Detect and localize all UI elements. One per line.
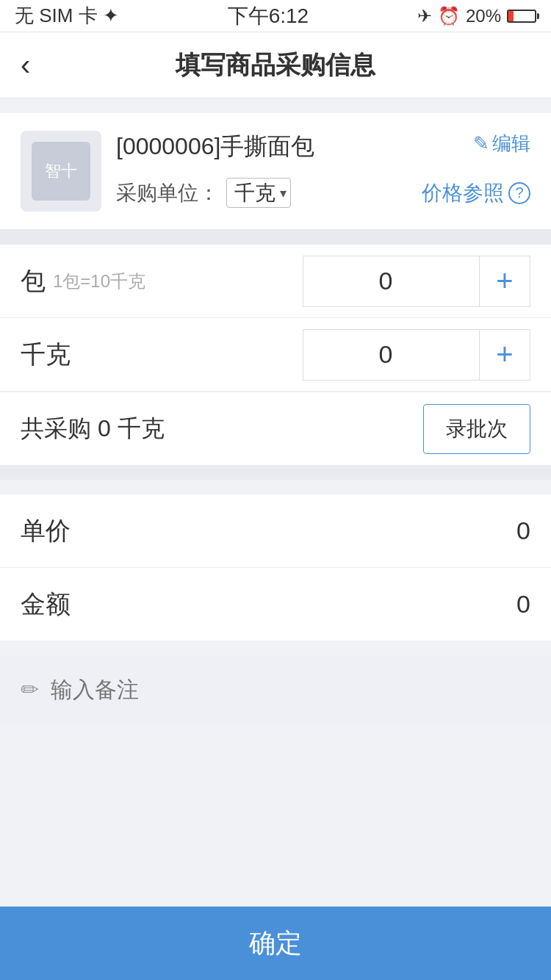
pencil-icon: ✏ bbox=[21, 677, 39, 702]
product-card: 智十 [0000006]手撕面包 ✎ 编辑 采购单位： 千克 包 bbox=[0, 113, 551, 230]
qty-plus-bao[interactable]: + bbox=[479, 256, 530, 307]
price-row-unit: 单价 0 bbox=[0, 494, 551, 568]
section-divider-1 bbox=[0, 230, 551, 245]
battery-icon bbox=[507, 10, 536, 23]
input-label-kg: 千克 bbox=[21, 338, 71, 372]
status-time: 下午6:12 bbox=[228, 2, 309, 30]
total-label: 共采购 0 千克 bbox=[21, 413, 165, 445]
record-batch-button[interactable]: 录批次 bbox=[423, 404, 530, 454]
input-row-bao: 包 1包=10千克 + bbox=[0, 245, 551, 318]
product-info: [0000006]手撕面包 ✎ 编辑 采购单位： 千克 包 价格参照 ? bbox=[116, 131, 530, 208]
remark-section: ✏ bbox=[0, 656, 551, 723]
remark-input[interactable] bbox=[51, 677, 530, 702]
location-icon: ✈ bbox=[417, 6, 432, 26]
edit-icon: ✎ bbox=[473, 132, 489, 155]
qty-plus-kg[interactable]: + bbox=[479, 329, 530, 381]
input-row-kg: 千克 + bbox=[0, 318, 551, 392]
input-right-kg: + bbox=[303, 329, 530, 381]
qty-input-bao[interactable] bbox=[303, 256, 479, 307]
status-right: ✈ ⏰ 20% bbox=[417, 6, 536, 26]
input-section: 包 1包=10千克 + 千克 + 共采购 0 千克 录批次 bbox=[0, 245, 551, 465]
product-bottom-row: 采购单位： 千克 包 价格参照 ? bbox=[116, 178, 530, 208]
content-spacer bbox=[0, 723, 551, 870]
amount-label: 金额 bbox=[21, 588, 71, 621]
unit-select[interactable]: 千克 包 bbox=[226, 178, 291, 208]
nav-bar: ‹ 填写商品采购信息 bbox=[0, 32, 551, 98]
unit-select-wrapper[interactable]: 千克 包 bbox=[226, 178, 291, 208]
product-logo: 智十 bbox=[32, 142, 90, 201]
back-button[interactable]: ‹ bbox=[21, 48, 30, 82]
input-label-bao: 包 bbox=[21, 264, 46, 298]
total-row: 共采购 0 千克 录批次 bbox=[0, 392, 551, 465]
page-title: 填写商品采购信息 bbox=[176, 48, 375, 82]
battery-percent: 20% bbox=[466, 6, 501, 26]
product-name: [0000006]手撕面包 bbox=[116, 131, 473, 163]
unit-row: 采购单位： 千克 包 bbox=[116, 178, 291, 208]
edit-button[interactable]: ✎ 编辑 bbox=[473, 131, 530, 156]
amount-value: 0 bbox=[516, 590, 530, 619]
unit-price-label: 单价 bbox=[21, 514, 71, 548]
price-section: 单价 0 金额 0 bbox=[0, 494, 551, 641]
qty-input-kg[interactable] bbox=[303, 329, 479, 381]
price-row-total: 金额 0 bbox=[0, 568, 551, 641]
price-ref-icon: ? bbox=[508, 182, 530, 204]
sim-label: 无 SIM 卡 ✦ bbox=[15, 3, 119, 29]
status-left: 无 SIM 卡 ✦ bbox=[15, 3, 119, 29]
input-sublabel-bao: 1包=10千克 bbox=[53, 270, 145, 293]
status-bar: 无 SIM 卡 ✦ 下午6:12 ✈ ⏰ 20% bbox=[0, 0, 551, 32]
section-divider-2 bbox=[0, 465, 551, 480]
unit-label: 采购单位： bbox=[116, 179, 219, 207]
input-right-bao: + bbox=[303, 256, 530, 307]
confirm-button[interactable]: 确定 bbox=[0, 907, 551, 980]
product-image: 智十 bbox=[21, 131, 101, 212]
price-ref-button[interactable]: 价格参照 ? bbox=[422, 179, 530, 207]
alarm-icon: ⏰ bbox=[438, 6, 460, 26]
product-top-row: [0000006]手撕面包 ✎ 编辑 bbox=[116, 131, 530, 163]
unit-price-value: 0 bbox=[516, 516, 530, 545]
